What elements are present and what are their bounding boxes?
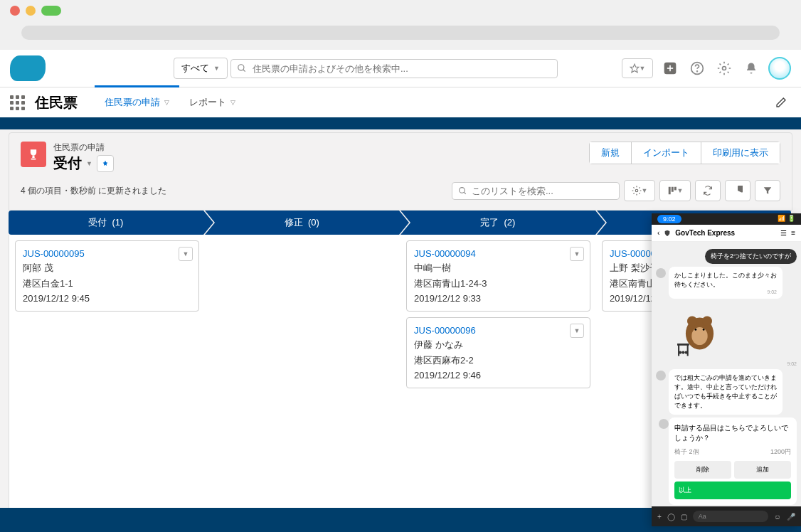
filter-icon <box>763 186 773 196</box>
stage-count: (0) <box>308 217 319 228</box>
edit-nav-button[interactable] <box>771 92 791 112</box>
browser-chrome <box>0 0 801 50</box>
chart-button[interactable] <box>725 180 750 201</box>
chat-input[interactable]: Aa <box>693 511 768 522</box>
setup-button[interactable] <box>714 58 734 78</box>
card-record-link[interactable]: JUS-00000094 <box>414 248 583 259</box>
shield-icon <box>664 230 671 237</box>
card-timestamp: 2019/12/12 9:45 <box>23 293 191 304</box>
window-maximize-icon[interactable] <box>41 6 61 16</box>
kanban-column[interactable] <box>205 235 400 520</box>
kanban-column[interactable]: ▼JUS-00000095阿部 茂港区白金1-12019/12/12 9:45 <box>9 235 205 520</box>
svg-point-26 <box>685 351 688 354</box>
window-minimize-icon[interactable] <box>26 6 36 16</box>
kanban-icon <box>667 186 677 196</box>
svg-point-25 <box>681 351 684 354</box>
salesforce-logo-icon[interactable] <box>10 55 46 81</box>
svg-point-19 <box>695 329 697 331</box>
refresh-icon <box>703 186 713 196</box>
user-avatar[interactable] <box>768 57 791 80</box>
add-button[interactable]: 追加 <box>734 461 791 479</box>
chevron-down-icon: ▼ <box>642 187 648 194</box>
kanban-card[interactable]: ▼JUS-00000096伊藤 かなみ港区西麻布2-22019/12/12 9:… <box>406 317 590 388</box>
object-icon <box>21 142 46 167</box>
mic-icon[interactable]: 🎤 <box>787 513 795 521</box>
chevron-down-icon: ▽ <box>164 99 169 106</box>
item-price: 1200円 <box>770 447 791 457</box>
photo-icon[interactable]: ▢ <box>681 513 687 521</box>
chevron-down-icon[interactable]: ▼ <box>86 160 92 167</box>
global-header: すべて ▼ ▼ <box>0 50 801 87</box>
card-menu-button[interactable]: ▼ <box>570 247 584 261</box>
help-button[interactable] <box>687 58 707 78</box>
window-close-icon[interactable] <box>10 6 20 16</box>
svg-point-7 <box>697 71 698 72</box>
svg-point-16 <box>687 316 697 326</box>
card-menu-button[interactable]: ▼ <box>179 247 193 261</box>
camera-icon[interactable]: ◯ <box>667 513 675 521</box>
svg-point-24 <box>679 351 681 354</box>
chat-input-bar: + ◯ ▢ Aa ☺ 🎤 <box>652 506 801 526</box>
display-as-button[interactable]: ▼ <box>659 180 691 201</box>
global-search-input[interactable] <box>253 63 551 74</box>
nav-tab-label: レポート <box>189 96 226 109</box>
plus-icon[interactable]: + <box>657 513 662 521</box>
list-search[interactable] <box>452 182 620 200</box>
item-name: 椅子 2個 <box>674 447 699 457</box>
chevron-down-icon: ▼ <box>183 250 189 257</box>
card-record-link[interactable]: JUS-00000095 <box>23 248 191 259</box>
stage-complete[interactable]: 完了 (2) <box>400 211 597 235</box>
kanban-card[interactable]: ▼JUS-00000094中嶋一樹港区南青山1-24-32019/12/12 9… <box>406 240 590 312</box>
chevron-down-icon: ▼ <box>574 250 580 257</box>
app-launcher-icon[interactable] <box>10 95 25 110</box>
stage-reception[interactable]: 受付 (1) <box>9 211 205 235</box>
import-button[interactable]: インポート <box>632 142 701 164</box>
chat-body: 椅子を2つ捨てたいのですが かしこまりました。このまま少々お待ちください。 9:… <box>652 242 801 506</box>
delete-button[interactable]: 削除 <box>674 461 731 479</box>
svg-point-8 <box>723 67 726 70</box>
list-meta: 4 個の項目・数秒前 に更新されました <box>21 185 166 197</box>
svg-point-11 <box>635 189 638 192</box>
nav-tab-reports[interactable]: レポート ▽ <box>179 87 245 117</box>
svg-rect-12 <box>668 187 670 195</box>
page-actions: 新規 インポート 印刷用に表示 <box>589 142 780 164</box>
list-view-name[interactable]: 受付 <box>53 154 82 173</box>
pie-chart-icon <box>733 186 743 196</box>
favorites-button[interactable]: ▼ <box>622 58 653 78</box>
list-view-controls-button[interactable]: ▼ <box>624 180 655 201</box>
card-timestamp: 2019/12/12 9:33 <box>414 293 583 304</box>
stage-revision[interactable]: 修正 (0) <box>205 211 401 235</box>
card-address: 港区西麻布2-2 <box>414 354 583 367</box>
kanban-card[interactable]: ▼JUS-00000095阿部 茂港区白金1-12019/12/12 9:45 <box>15 240 199 312</box>
confirm-question: 申請する品目はこちらでよろしいでしょうか？ <box>674 423 791 443</box>
card-record-link[interactable]: JUS-00000096 <box>414 325 583 336</box>
stage-label: 修正 <box>285 217 303 228</box>
print-button[interactable]: 印刷用に表示 <box>701 142 780 164</box>
svg-marker-2 <box>630 64 639 73</box>
done-button[interactable]: 以上 <box>674 482 791 499</box>
emoji-icon[interactable]: ☺ <box>774 513 781 521</box>
stage-label: 完了 <box>480 217 499 228</box>
notifications-button[interactable] <box>741 58 761 78</box>
kanban-column[interactable]: ▼JUS-00000094中嶋一樹港区南青山1-24-32019/12/12 9… <box>400 235 596 520</box>
pencil-icon <box>775 97 787 108</box>
add-button[interactable] <box>660 58 680 78</box>
new-button[interactable]: 新規 <box>590 142 632 164</box>
filter-button[interactable] <box>755 180 780 201</box>
search-icon <box>458 186 467 196</box>
chevron-down-icon: ▼ <box>574 327 580 334</box>
list-search-input[interactable] <box>472 186 613 196</box>
pin-list-button[interactable] <box>97 155 114 172</box>
nav-tab-applications[interactable]: 住民票の申請 ▽ <box>95 85 179 117</box>
bot-avatar-icon <box>659 419 669 429</box>
refresh-button[interactable] <box>695 180 721 201</box>
back-icon[interactable]: ‹ <box>657 229 659 237</box>
stage-count: (1) <box>112 217 123 228</box>
card-menu-button[interactable]: ▼ <box>570 324 584 338</box>
search-scope-dropdown[interactable]: すべて ▼ <box>174 58 228 79</box>
svg-rect-14 <box>674 187 676 191</box>
pin-icon <box>102 160 109 167</box>
list-icon[interactable]: ☰ <box>780 229 787 237</box>
url-bar[interactable] <box>21 26 780 40</box>
menu-icon[interactable]: ≡ <box>791 229 795 237</box>
